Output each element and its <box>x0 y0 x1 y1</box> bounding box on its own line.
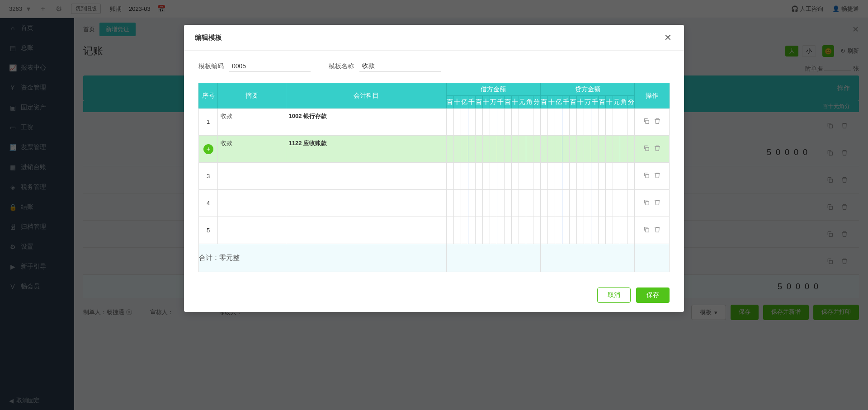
cell-digit[interactable] <box>540 190 547 217</box>
cell-digit[interactable] <box>599 108 606 136</box>
cell-digit[interactable] <box>519 136 526 163</box>
cell-digit[interactable] <box>540 163 547 190</box>
cell-digit[interactable] <box>533 108 540 136</box>
cell-digit[interactable] <box>547 190 555 217</box>
cell-digit[interactable] <box>562 136 570 163</box>
cell-digit[interactable] <box>526 136 533 163</box>
cell-digit[interactable] <box>577 108 584 136</box>
cell-digit[interactable] <box>555 217 562 244</box>
cell-digit[interactable] <box>519 190 526 217</box>
cell-digit[interactable] <box>620 136 627 163</box>
cell-digit[interactable] <box>526 217 533 244</box>
cell-digit[interactable] <box>540 108 547 136</box>
cell-digit[interactable] <box>555 163 562 190</box>
cancel-button[interactable]: 取消 <box>597 287 631 303</box>
cell-digit[interactable] <box>475 136 482 163</box>
cell-digit[interactable] <box>497 190 504 217</box>
cell-digit[interactable] <box>468 190 475 217</box>
cell-digit[interactable] <box>453 163 461 190</box>
cell-digit[interactable] <box>475 163 482 190</box>
copy-icon[interactable] <box>643 199 650 206</box>
cell-digit[interactable] <box>613 163 620 190</box>
cell-digit[interactable] <box>490 136 497 163</box>
cell-digit[interactable] <box>584 108 591 136</box>
modal-close-button[interactable]: ✕ <box>662 32 673 43</box>
cell-digit[interactable] <box>446 190 453 217</box>
cell-digit[interactable] <box>606 163 613 190</box>
cell-digit[interactable] <box>562 190 570 217</box>
cell-digit[interactable] <box>606 136 613 163</box>
cell-digit[interactable] <box>577 217 584 244</box>
cell-digit[interactable] <box>453 217 461 244</box>
cell-digit[interactable] <box>497 136 504 163</box>
delete-icon[interactable] <box>654 118 661 125</box>
cell-summary[interactable]: 收款 <box>218 136 286 163</box>
cell-digit[interactable] <box>570 136 577 163</box>
cell-digit[interactable] <box>482 163 490 190</box>
cell-digit[interactable] <box>526 163 533 190</box>
cell-digit[interactable] <box>504 163 511 190</box>
cell-digit[interactable] <box>519 217 526 244</box>
cell-digit[interactable] <box>497 217 504 244</box>
cell-subject[interactable] <box>286 190 446 217</box>
cell-digit[interactable] <box>504 136 511 163</box>
cell-digit[interactable] <box>570 163 577 190</box>
cell-digit[interactable] <box>555 190 562 217</box>
cell-digit[interactable] <box>606 217 613 244</box>
cell-digit[interactable] <box>591 108 599 136</box>
cell-digit[interactable] <box>526 108 533 136</box>
cell-digit[interactable] <box>620 108 627 136</box>
cell-digit[interactable] <box>453 190 461 217</box>
cell-digit[interactable] <box>468 217 475 244</box>
cell-digit[interactable] <box>570 108 577 136</box>
delete-icon[interactable] <box>654 145 661 152</box>
cell-digit[interactable] <box>482 108 490 136</box>
cell-digit[interactable] <box>461 217 468 244</box>
cell-digit[interactable] <box>453 108 461 136</box>
cell-digit[interactable] <box>526 190 533 217</box>
cell-digit[interactable] <box>482 217 490 244</box>
cell-digit[interactable] <box>519 108 526 136</box>
cell-digit[interactable] <box>613 108 620 136</box>
cell-digit[interactable] <box>547 136 555 163</box>
cell-digit[interactable] <box>577 163 584 190</box>
cell-digit[interactable] <box>547 163 555 190</box>
cell-digit[interactable] <box>446 217 453 244</box>
cell-digit[interactable] <box>497 108 504 136</box>
cell-digit[interactable] <box>453 136 461 163</box>
cell-digit[interactable] <box>570 190 577 217</box>
cell-digit[interactable] <box>613 136 620 163</box>
cell-digit[interactable] <box>461 136 468 163</box>
cell-digit[interactable] <box>599 190 606 217</box>
cell-digit[interactable] <box>591 190 599 217</box>
cell-digit[interactable] <box>468 108 475 136</box>
cell-digit[interactable] <box>475 108 482 136</box>
cell-digit[interactable] <box>591 217 599 244</box>
cell-digit[interactable] <box>461 163 468 190</box>
cell-digit[interactable] <box>584 190 591 217</box>
cell-digit[interactable] <box>490 163 497 190</box>
cell-digit[interactable] <box>519 163 526 190</box>
cell-digit[interactable] <box>504 217 511 244</box>
cell-digit[interactable] <box>599 163 606 190</box>
cell-digit[interactable] <box>475 190 482 217</box>
cell-digit[interactable] <box>627 163 635 190</box>
template-code-input[interactable] <box>229 61 311 72</box>
cell-digit[interactable] <box>620 217 627 244</box>
cell-digit[interactable] <box>555 108 562 136</box>
cell-digit[interactable] <box>533 190 540 217</box>
copy-icon[interactable] <box>643 118 650 125</box>
cell-digit[interactable] <box>577 136 584 163</box>
cell-digit[interactable] <box>461 190 468 217</box>
cell-digit[interactable] <box>482 190 490 217</box>
delete-icon[interactable] <box>654 226 661 233</box>
cell-digit[interactable] <box>613 190 620 217</box>
cell-digit[interactable] <box>540 217 547 244</box>
cell-digit[interactable] <box>490 217 497 244</box>
cell-digit[interactable] <box>584 217 591 244</box>
cell-digit[interactable] <box>468 163 475 190</box>
cell-summary[interactable] <box>218 163 286 190</box>
cell-digit[interactable] <box>627 190 635 217</box>
cell-digit[interactable] <box>562 163 570 190</box>
copy-icon[interactable] <box>643 226 650 233</box>
